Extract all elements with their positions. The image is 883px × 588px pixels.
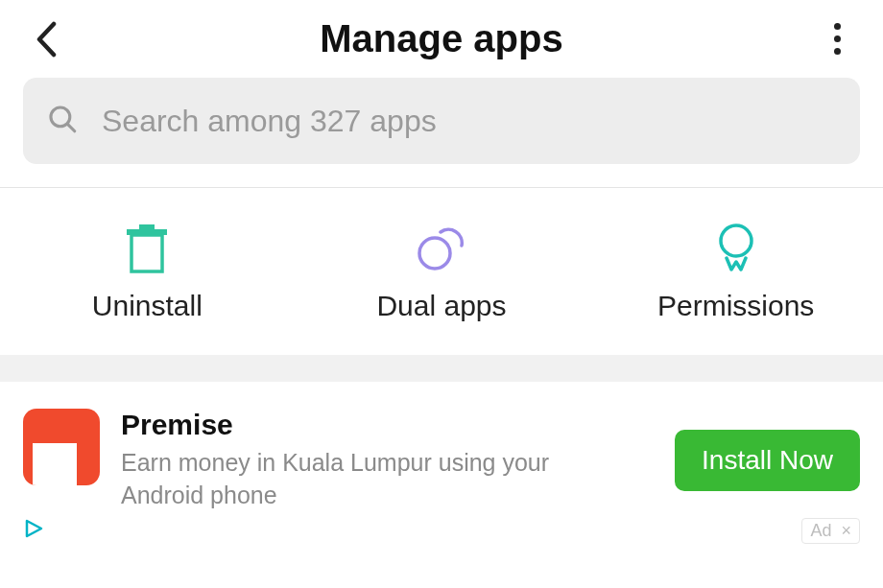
- trash-icon: [123, 223, 171, 274]
- uninstall-label: Uninstall: [92, 290, 203, 322]
- svg-rect-2: [131, 235, 162, 271]
- permissions-label: Permissions: [657, 290, 814, 322]
- svg-line-1: [68, 125, 75, 131]
- adchoices-icon: [23, 518, 44, 539]
- permissions-icon: [712, 223, 760, 274]
- ad-footer: Ad ×: [0, 512, 883, 544]
- svg-rect-4: [139, 224, 155, 229]
- search-wrap: [0, 78, 883, 187]
- dual-apps-icon: [414, 223, 469, 274]
- page-title: Manage apps: [65, 17, 818, 60]
- ad-badge-label: Ad: [810, 521, 831, 541]
- ad-title: Premise: [121, 409, 654, 441]
- svg-point-6: [721, 225, 752, 256]
- svg-point-5: [419, 238, 450, 269]
- ad-text: Premise Earn money in Kuala Lumpur using…: [121, 409, 654, 512]
- search-icon: [46, 103, 79, 139]
- chevron-left-icon: [36, 21, 57, 58]
- dual-apps-button[interactable]: Dual apps: [298, 223, 585, 322]
- actions-row: Uninstall Dual apps Permissions: [0, 188, 883, 355]
- header: Manage apps: [0, 0, 883, 78]
- ad-app-icon: [23, 409, 100, 485]
- ad-card[interactable]: Premise Earn money in Kuala Lumpur using…: [0, 382, 883, 512]
- more-vert-icon: [834, 23, 841, 30]
- install-now-button[interactable]: Install Now: [675, 430, 860, 491]
- close-icon: ×: [841, 522, 851, 539]
- back-button[interactable]: [27, 20, 65, 59]
- search-input[interactable]: [102, 104, 837, 139]
- section-gap: [0, 355, 883, 382]
- svg-rect-3: [127, 229, 167, 235]
- ad-subtitle: Earn money in Kuala Lumpur using your An…: [121, 447, 582, 512]
- permissions-button[interactable]: Permissions: [592, 223, 880, 322]
- search-bar[interactable]: [23, 78, 860, 164]
- adchoices-button[interactable]: [23, 518, 44, 543]
- dual-apps-label: Dual apps: [376, 290, 506, 322]
- ad-badge[interactable]: Ad ×: [801, 518, 860, 544]
- more-options-button[interactable]: [818, 20, 856, 59]
- uninstall-button[interactable]: Uninstall: [3, 223, 291, 322]
